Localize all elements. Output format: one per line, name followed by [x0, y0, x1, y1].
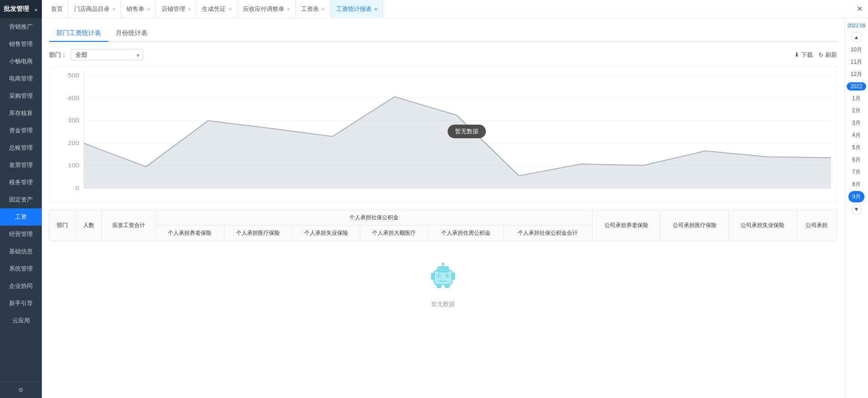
sidebar-item-gdcc[interactable]: 固定资产	[0, 191, 42, 208]
timeline-may[interactable]: 5月	[848, 142, 864, 153]
timeline-mar[interactable]: 3月	[848, 117, 864, 129]
sidebar-item-qytg[interactable]: 企业协同	[0, 277, 42, 295]
empty-state: 暂无数据	[50, 241, 837, 327]
refresh-icon: ↻	[818, 51, 823, 58]
timeline-year-display: 2022.09	[846, 22, 868, 29]
table-body: 暂无数据	[50, 241, 837, 327]
th-count: 人数	[76, 210, 102, 241]
svg-text:0: 0	[76, 186, 80, 191]
timeline-apr[interactable]: 4月	[848, 130, 864, 141]
tab-payroll-report[interactable]: 工资统计报表 ×	[331, 0, 383, 18]
tab-store-catalog[interactable]: 门店商品目录 ×	[69, 0, 121, 18]
sidebar-item-gz[interactable]: 工资	[0, 208, 42, 226]
timeline-up-btn[interactable]: ▲	[851, 32, 862, 43]
sidebar-item-fpgl[interactable]: 发票管理	[0, 156, 42, 174]
sidebar-item-jcxx[interactable]: 基础信息	[0, 243, 42, 260]
sidebar-item-kchs[interactable]: 库存核算	[0, 105, 42, 122]
chart-svg: 0 100 200 300 400 500	[50, 66, 837, 202]
timeline-jan[interactable]: 1月	[848, 93, 864, 104]
chart-area: 0 100 200 300 400 500 暂无数据	[49, 66, 837, 202]
th-personal-social: 个人承担社保公积金	[156, 210, 592, 226]
sidebar-item-cxgl[interactable]: 采购管理	[0, 87, 42, 105]
tab-home[interactable]: 首页	[45, 0, 69, 18]
tab-sales-order[interactable]: 销售单 ×	[121, 0, 156, 18]
empty-icon	[425, 259, 461, 296]
sidebar-item-swgl[interactable]: 税务管理	[0, 174, 42, 191]
timeline-panel: 2022.09 ▲ 10月 11月 12月 2022 1月 2月 3月 4月 5…	[844, 18, 868, 398]
tab-gen-voucher[interactable]: 生成凭证 ×	[197, 0, 237, 18]
tab-close-shop-mgmt[interactable]: ×	[188, 6, 191, 12]
settings-icon: ⚙	[18, 387, 24, 393]
timeline-feb[interactable]: 2月	[848, 105, 864, 116]
svg-rect-15	[438, 267, 449, 272]
timeline-aug[interactable]: 8月	[848, 179, 864, 190]
th-company-pension: 公司承担养老保险	[592, 210, 661, 241]
th-dept: 部门	[50, 210, 76, 241]
tab-close-store-catalog[interactable]: ×	[112, 6, 115, 12]
svg-text:500: 500	[68, 72, 80, 78]
sidebar-header[interactable]: 批发管理 ▲	[0, 0, 42, 18]
th-p-medical: 个人承担医疗保险	[224, 226, 292, 241]
th-p-unemploy: 个人承担失业保险	[292, 226, 360, 241]
tab-bar-end: ✕	[857, 5, 864, 13]
svg-rect-22	[431, 273, 434, 279]
sidebar-item-xcdg[interactable]: 小畅电商	[0, 53, 42, 70]
th-company-unemploy: 公司承担失业保险	[728, 210, 797, 241]
timeline-down-btn[interactable]: ▼	[851, 204, 862, 215]
svg-rect-25	[445, 285, 449, 287]
sidebar-item-zzgl[interactable]: 总账管理	[0, 139, 42, 156]
download-btn[interactable]: ⬇ 下载	[794, 51, 813, 59]
table-header-row-1: 部门 人数 应发工资合计 个人承担社保公积金	[50, 210, 837, 226]
data-table: 部门 人数 应发工资合计 个人承担社保公积金	[49, 210, 837, 327]
svg-text:300: 300	[68, 118, 80, 124]
timeline-dec[interactable]: 12月	[847, 69, 866, 80]
svg-text:200: 200	[68, 140, 80, 146]
timeline-sep[interactable]: 9月	[848, 191, 864, 202]
th-p-pension: 个人承担养老保险	[156, 226, 224, 241]
th-p-social-total: 个人承担社保公积金合计	[503, 226, 592, 241]
empty-label: 暂无数据	[431, 300, 455, 308]
sidebar-item-zjgl[interactable]: 资金管理	[0, 122, 42, 139]
sidebar-chevron-icon: ▲	[34, 7, 38, 12]
window-close-btn[interactable]: ✕	[857, 5, 863, 13]
tab-payroll[interactable]: 工资表 ×	[296, 0, 330, 18]
content-area: 部门工资统计表 月份统计表 部门： 全部	[42, 18, 868, 398]
page-content: 部门工资统计表 月份统计表 部门： 全部	[42, 18, 844, 398]
tab-close-gen-voucher[interactable]: ×	[228, 6, 231, 12]
timeline-oct[interactable]: 10月	[847, 44, 866, 55]
sidebar-item-xsyd[interactable]: 新手引导	[0, 295, 42, 312]
tab-araptj[interactable]: 应收应付调整单 ×	[237, 0, 296, 18]
dept-select[interactable]: 全部	[71, 49, 143, 60]
svg-point-20	[438, 275, 439, 277]
toolbar-left: 部门： 全部	[49, 49, 143, 60]
tab-shop-mgmt[interactable]: 店铺管理 ×	[156, 0, 197, 18]
tab-close-payroll-report[interactable]: ×	[374, 6, 377, 12]
svg-point-17	[442, 263, 444, 265]
tab-close-sales-order[interactable]: ×	[147, 6, 150, 12]
table-wrapper: 部门 人数 应发工资合计 个人承担社保公积金	[49, 210, 837, 327]
th-salary: 应发工资合计	[102, 210, 156, 241]
th-p-housing: 个人承担住房公积金	[428, 226, 503, 241]
timeline-year-badge[interactable]: 2022	[847, 82, 866, 91]
sidebar-settings[interactable]: ⚙	[0, 382, 42, 398]
svg-rect-24	[437, 285, 441, 287]
sub-tab-dept[interactable]: 部门工资统计表	[49, 25, 108, 42]
sidebar-item-yxitg[interactable]: 营销推广	[0, 18, 42, 35]
sub-tabs: 部门工资统计表 月份统计表	[49, 25, 837, 42]
sidebar-item-yyy[interactable]: 云应用	[0, 312, 42, 329]
timeline-nov[interactable]: 11月	[847, 56, 866, 68]
sub-tab-month[interactable]: 月份统计表	[108, 25, 155, 42]
refresh-btn[interactable]: ↻ 刷新	[818, 51, 837, 59]
download-icon: ⬇	[794, 51, 799, 58]
sidebar-item-xtgl[interactable]: 系统管理	[0, 260, 42, 277]
toolbar-right: ⬇ 下载 ↻ 刷新	[794, 51, 837, 59]
timeline-jun[interactable]: 6月	[848, 154, 864, 166]
sidebar-item-xsgl[interactable]: 销售管理	[0, 35, 42, 53]
sidebar-item-dsgl[interactable]: 电商管理	[0, 70, 42, 87]
tab-close-araptj[interactable]: ×	[287, 6, 290, 12]
sidebar-item-jygl[interactable]: 经营管理	[0, 226, 42, 243]
th-p-bigmedical: 个人承担大额医疗	[360, 226, 429, 241]
timeline-jul[interactable]: 7月	[848, 166, 864, 178]
main-area: 首页 门店商品目录 × 销售单 × 店铺管理 × 生成凭证 × 应收应付调整单 …	[42, 0, 868, 398]
tab-close-payroll[interactable]: ×	[322, 6, 324, 12]
